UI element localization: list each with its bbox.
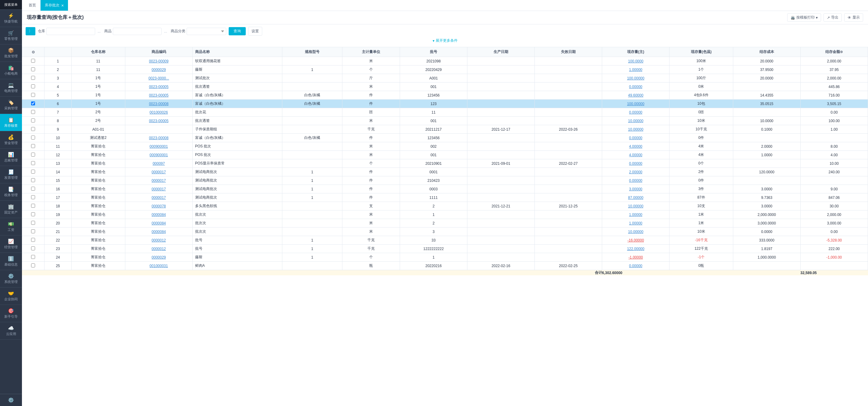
row-checkbox-cell[interactable] <box>22 57 44 66</box>
sidebar-item-inventory[interactable]: 📋 库存核查 <box>0 114 22 131</box>
row-qty[interactable]: 10.00000 <box>602 117 670 125</box>
row-qty[interactable]: 122.00000 <box>602 244 670 253</box>
sidebar-item-cloud[interactable]: ☁️ 云应用 <box>0 322 22 340</box>
sidebar-item-guide[interactable]: 🎯 新手引导 <box>0 305 22 322</box>
row-checkbox[interactable] <box>31 127 35 131</box>
row-checkbox[interactable] <box>31 153 35 157</box>
row-checkbox[interactable] <box>31 144 35 148</box>
row-qty[interactable]: 0.00000 <box>602 159 670 168</box>
sidebar-item-basic[interactable]: ℹ️ 基础信息 <box>0 253 22 270</box>
row-checkbox[interactable] <box>31 264 35 267</box>
row-qty[interactable]: 1.00000 <box>602 219 670 228</box>
sidebar-item-retail[interactable]: 🛒 零售管理 <box>0 27 22 44</box>
row-qty[interactable]: 100.0000 <box>602 57 670 66</box>
row-code[interactable]: 0000017 <box>125 194 192 202</box>
row-checkbox-cell[interactable] <box>22 66 44 74</box>
row-checkbox-cell[interactable] <box>22 82 44 91</box>
row-code[interactable]: 0000017 <box>125 176 192 185</box>
row-checkbox[interactable] <box>31 93 35 97</box>
row-checkbox[interactable] <box>31 212 35 216</box>
row-checkbox-cell[interactable] <box>22 176 44 185</box>
sidebar-item-invoice[interactable]: 🧾 发票管理 <box>0 166 22 183</box>
sidebar-item-fixed[interactable]: 🏢 固定资产 <box>0 201 22 218</box>
row-code[interactable]: 0000084 <box>125 228 192 236</box>
row-qty[interactable]: 0.00000 <box>602 82 670 91</box>
row-checkbox[interactable] <box>31 59 35 63</box>
print-button[interactable]: 🖨️ 按模板打印 ▾ <box>787 13 821 22</box>
row-checkbox-cell[interactable] <box>22 74 44 82</box>
row-qty[interactable]: 4.00000 <box>602 151 670 159</box>
sidebar-settings-button[interactable]: ⚙️ <box>0 394 22 406</box>
row-qty[interactable]: 1.00000 <box>602 210 670 219</box>
row-checkbox[interactable] <box>31 178 35 182</box>
row-checkbox-cell[interactable] <box>22 262 44 270</box>
row-qty[interactable]: 2.00000 <box>602 168 670 176</box>
show-button[interactable]: 👁 显示 <box>844 13 863 22</box>
row-checkbox[interactable] <box>31 255 35 259</box>
row-checkbox-cell[interactable] <box>22 228 44 236</box>
sidebar-item-purchase[interactable]: 🏷️ 采购管理 <box>0 97 22 114</box>
row-checkbox[interactable] <box>31 101 35 105</box>
row-qty[interactable]: 100.00000 <box>602 74 670 82</box>
row-checkbox-cell[interactable] <box>22 108 44 117</box>
row-qty[interactable]: 4.00000 <box>602 142 670 151</box>
row-code[interactable]: 0023-00005 <box>125 117 192 125</box>
row-code[interactable]: 0023-00008 <box>125 100 192 108</box>
tab-current[interactable]: 库存批次 × <box>40 0 68 11</box>
sidebar-item-payroll[interactable]: 💵 工资 <box>0 218 22 235</box>
row-qty[interactable]: 49.60000 <box>602 91 670 100</box>
row-qty[interactable]: 0.00000 <box>602 176 670 185</box>
row-code[interactable]: 0023-00005 <box>125 91 192 100</box>
row-checkbox[interactable] <box>31 110 35 114</box>
category-select[interactable] <box>187 28 226 35</box>
row-code[interactable]: 0000084 <box>125 219 192 228</box>
row-code[interactable]: 0023-0000... <box>125 74 192 82</box>
row-checkbox-cell[interactable] <box>22 91 44 100</box>
row-qty[interactable]: 100.00000 <box>602 100 670 108</box>
row-checkbox[interactable] <box>31 195 35 199</box>
row-checkbox[interactable] <box>31 84 35 88</box>
row-checkbox[interactable] <box>31 67 35 71</box>
row-qty[interactable]: 0.00000 <box>602 262 670 270</box>
row-code[interactable]: 0000029 <box>125 253 192 262</box>
row-code[interactable]: 0000084 <box>125 210 192 219</box>
row-checkbox[interactable] <box>31 119 35 123</box>
sidebar-item-collab[interactable]: 🤝 企业协同 <box>0 287 22 305</box>
row-checkbox-cell[interactable] <box>22 168 44 176</box>
sidebar-item-general[interactable]: 📊 总账管理 <box>0 149 22 166</box>
row-checkbox-cell[interactable] <box>22 142 44 151</box>
row-checkbox-cell[interactable] <box>22 236 44 244</box>
row-checkbox[interactable] <box>31 161 35 165</box>
row-qty[interactable]: 1.00000 <box>602 66 670 74</box>
sidebar-item-ecom[interactable]: 💻 电商管理 <box>0 79 22 97</box>
expand-more-button[interactable]: ▾ 展开更多条件 <box>433 37 458 44</box>
row-checkbox-cell[interactable] <box>22 151 44 159</box>
row-qty[interactable]: 10.00000 <box>602 125 670 134</box>
row-checkbox-cell[interactable] <box>22 194 44 202</box>
row-checkbox-cell[interactable] <box>22 210 44 219</box>
row-code[interactable]: 000097 <box>125 159 192 168</box>
export-button[interactable]: ↗ 导出 <box>824 13 842 22</box>
row-code[interactable]: 0023-00009 <box>125 57 192 66</box>
row-checkbox[interactable] <box>31 204 35 208</box>
sidebar-item-biz[interactable]: 📈 经营管理 <box>0 235 22 253</box>
row-checkbox[interactable] <box>31 170 35 174</box>
row-checkbox[interactable] <box>31 221 35 225</box>
row-qty[interactable]: -16.00000 <box>602 236 670 244</box>
row-code[interactable]: 0023-00005 <box>125 82 192 91</box>
row-code[interactable] <box>125 125 192 134</box>
sidebar-item-wholesale[interactable]: 📦 批发管理 <box>0 44 22 62</box>
search-button[interactable]: 查询 <box>229 27 246 35</box>
sidebar-item-system[interactable]: ⚙️ 系统管理 <box>0 270 22 287</box>
row-code[interactable]: 001000026 <box>125 108 192 117</box>
row-code[interactable]: 0000017 <box>125 168 192 176</box>
filter-collapse-button[interactable]: 〉 <box>26 27 35 35</box>
row-checkbox[interactable] <box>31 136 35 139</box>
row-code[interactable]: 000900001 <box>125 142 192 151</box>
sidebar-logo[interactable]: 搜索菜单 <box>0 0 22 10</box>
row-checkbox[interactable] <box>31 229 35 233</box>
row-checkbox-cell[interactable] <box>22 219 44 228</box>
row-checkbox[interactable] <box>31 76 35 80</box>
row-code[interactable]: 0000012 <box>125 236 192 244</box>
row-qty[interactable]: 87.00000 <box>602 194 670 202</box>
